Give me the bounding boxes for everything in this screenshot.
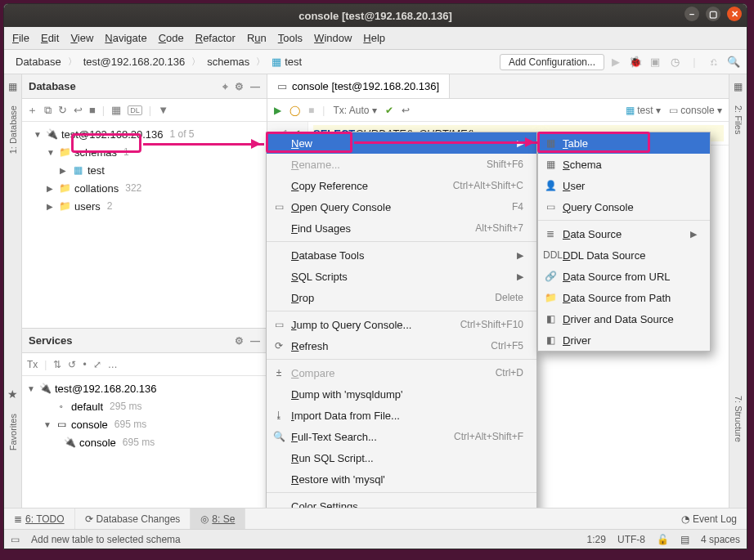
- submenu-item-driver-and-data-source[interactable]: ◧Driver and Data Source: [538, 308, 710, 329]
- expand-icon[interactable]: ⤢: [93, 359, 101, 370]
- status-indent[interactable]: 4 spaces: [701, 534, 740, 545]
- crumb-connection[interactable]: test@192.168.20.136: [79, 54, 191, 69]
- menu-item-copy-reference[interactable]: Copy ReferenceCtrl+Alt+Shift+C: [267, 175, 536, 196]
- menu-item-open-query-console[interactable]: ▭Open Query ConsoleF4: [267, 196, 536, 217]
- menu-edit[interactable]: Edit: [41, 32, 59, 44]
- menu-item-restore-with-mysql[interactable]: Restore with 'mysql': [267, 468, 536, 490]
- bottom-tab-services[interactable]: ◎8: Se: [191, 508, 245, 529]
- status-encoding[interactable]: UTF-8: [617, 534, 645, 545]
- hide-icon[interactable]: —: [250, 335, 260, 347]
- menu-item-rename[interactable]: Rename...Shift+F6: [267, 154, 536, 175]
- hide-icon[interactable]: —: [250, 81, 260, 92]
- profile-icon[interactable]: ◷: [668, 56, 681, 68]
- minimize-button[interactable]: –: [684, 7, 699, 21]
- vcs-icon[interactable]: ⎌: [707, 56, 720, 68]
- tree-test-schema[interactable]: ▶ ▦ test: [22, 161, 267, 179]
- coverage-icon[interactable]: ▣: [649, 56, 662, 68]
- filter-icon[interactable]: ▼: [158, 104, 168, 116]
- crumb-schemas[interactable]: schemas: [202, 54, 254, 69]
- bottom-tab-dbchanges[interactable]: ⟳Database Changes: [75, 508, 191, 529]
- gear-icon[interactable]: ⚙: [235, 335, 244, 347]
- tool-icon[interactable]: ▦: [8, 81, 17, 92]
- submenu-item-ddl-data-source[interactable]: DDLDDL Data Source: [538, 244, 710, 266]
- menu-item-database-tools[interactable]: Database Tools▶: [267, 244, 536, 266]
- submenu-item-data-source-from-url[interactable]: 🔗Data Source from URL: [538, 266, 710, 287]
- submenu-item-table[interactable]: ▦Table: [538, 132, 710, 154]
- menu-navigate[interactable]: Navigate: [105, 32, 146, 44]
- ddl-icon[interactable]: DL: [128, 105, 142, 115]
- menu-view[interactable]: View: [70, 32, 93, 44]
- submenu-item-data-source-from-path[interactable]: 📁Data Source from Path: [538, 287, 710, 308]
- more-icon[interactable]: …: [108, 359, 118, 370]
- schema-selector[interactable]: ▦ test ▾: [626, 105, 661, 116]
- commit-icon[interactable]: ⇅: [53, 359, 61, 370]
- add-icon[interactable]: ＋: [27, 103, 38, 118]
- menu-item-compare[interactable]: ±CompareCtrl+D: [267, 362, 536, 383]
- session-selector[interactable]: ▭ console ▾: [669, 105, 722, 116]
- submenu-item-schema[interactable]: ▦Schema: [538, 154, 710, 175]
- bottom-tab-eventlog[interactable]: ◔Event Log: [671, 508, 747, 529]
- right-tab-files[interactable]: 2: Files: [732, 102, 745, 137]
- copy-icon[interactable]: ⧉: [44, 104, 52, 117]
- left-tab-favorites[interactable]: Favorites: [7, 410, 20, 454]
- svc-console-group[interactable]: ▼ ▭ console695 ms: [22, 415, 267, 433]
- menu-item-sql-scripts[interactable]: SQL Scripts▶: [267, 266, 536, 287]
- submenu-item-query-console[interactable]: ▭Query Console: [538, 196, 710, 217]
- menu-refactor[interactable]: Refactor: [195, 32, 236, 44]
- crumb-database[interactable]: Database: [11, 54, 66, 69]
- table-icon[interactable]: ▦: [111, 104, 121, 116]
- submenu-item-data-source[interactable]: ≣Data Source▶: [538, 223, 710, 244]
- rollback-icon[interactable]: ↩: [402, 105, 410, 116]
- svc-console-leaf[interactable]: 🔌 console695 ms: [22, 433, 267, 451]
- run-icon[interactable]: ▶: [609, 56, 622, 68]
- tree-schemas[interactable]: ▼ 📁 schemas 1: [22, 143, 267, 161]
- tool-icon[interactable]: ▦: [734, 81, 743, 92]
- menu-item-color-settings[interactable]: Color Settings...: [267, 495, 536, 508]
- menu-item-dump-with-mysqldump[interactable]: Dump with 'mysqldump': [267, 383, 536, 405]
- submenu-item-driver[interactable]: ◧Driver: [538, 329, 710, 351]
- menu-help[interactable]: Help: [363, 32, 385, 44]
- menu-item-refresh[interactable]: ⟳RefreshCtrl+F5: [267, 335, 536, 356]
- run-config-select[interactable]: Add Configuration...: [500, 54, 604, 70]
- debug-icon[interactable]: 🐞: [629, 56, 642, 68]
- tree-users[interactable]: ▶ 📁 users 2: [22, 197, 267, 215]
- menu-item-import-data-from-file[interactable]: ⭳Import Data from File...: [267, 405, 536, 426]
- target-icon[interactable]: ⌖: [222, 81, 228, 92]
- menu-item-find-usages[interactable]: Find UsagesAlt+Shift+7: [267, 217, 536, 239]
- indent-icon[interactable]: ▤: [680, 534, 689, 545]
- tree-connection[interactable]: ▼ 🔌 test@192.168.20.136 1 of 5: [22, 125, 267, 143]
- close-button[interactable]: ✕: [727, 7, 742, 21]
- refresh-icon[interactable]: ↻: [58, 104, 67, 116]
- menu-item-jump-to-query-console[interactable]: ▭Jump to Query Console...Ctrl+Shift+F10: [267, 314, 536, 335]
- menu-code[interactable]: Code: [159, 32, 184, 44]
- editor-tab-console[interactable]: ▭ console [test@192.168.20.136]: [267, 74, 450, 98]
- right-tab-structure[interactable]: 7: Structure: [732, 392, 745, 446]
- menu-item-full-text-search[interactable]: 🔍Full-Text Search...Ctrl+Alt+Shift+F: [267, 426, 536, 447]
- menu-item-run-sql-script[interactable]: Run SQL Script...: [267, 447, 536, 468]
- menu-item-drop[interactable]: DropDelete: [267, 287, 536, 308]
- svc-default[interactable]: ◦ default295 ms: [22, 397, 267, 415]
- stop-icon[interactable]: ■: [308, 105, 314, 116]
- crumb-test[interactable]: ▦test: [267, 54, 307, 69]
- menu-file[interactable]: File: [12, 32, 29, 44]
- rollback-icon[interactable]: ↺: [68, 359, 76, 370]
- lock-icon[interactable]: 🔓: [657, 534, 669, 545]
- svc-root[interactable]: ▼🔌 test@192.168.20.136: [22, 379, 267, 397]
- dot-icon[interactable]: •: [83, 359, 86, 370]
- rollback-icon[interactable]: ↩: [74, 104, 83, 116]
- menu-tools[interactable]: Tools: [278, 32, 303, 44]
- stop-icon[interactable]: ■: [89, 104, 96, 116]
- gear-icon[interactable]: ⚙: [235, 81, 244, 92]
- tree-collations[interactable]: ▶ 📁 collations 322: [22, 179, 267, 197]
- search-icon[interactable]: 🔍: [727, 56, 740, 68]
- menu-run[interactable]: Run: [247, 32, 267, 44]
- plan-icon[interactable]: ◯: [289, 105, 300, 116]
- run-icon[interactable]: ▶: [274, 105, 281, 116]
- maximize-button[interactable]: ▢: [706, 7, 720, 21]
- menu-window[interactable]: Window: [314, 32, 352, 44]
- commit-icon[interactable]: ✔: [385, 105, 393, 116]
- left-tab-database[interactable]: 1: Database: [7, 102, 20, 157]
- submenu-item-user[interactable]: 👤User: [538, 175, 710, 196]
- bottom-tab-todo[interactable]: ≣6: TODO: [4, 508, 75, 529]
- tx-mode[interactable]: Tx: Auto ▾: [333, 105, 376, 116]
